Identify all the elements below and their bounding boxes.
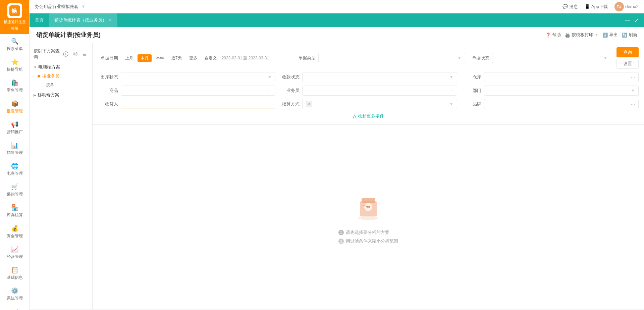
- dept-select[interactable]: ▼: [484, 86, 639, 96]
- doc-status-select[interactable]: ▼: [492, 53, 611, 63]
- sidebar-item-wholesale[interactable]: 📦 批发管理: [0, 97, 29, 117]
- brand-select[interactable]: ···: [484, 99, 639, 109]
- sidebar-item-stock[interactable]: 🏪 库存核算: [0, 201, 29, 221]
- username: demo2: [625, 4, 639, 9]
- scheme-add-btn[interactable]: [62, 50, 69, 58]
- goods-select[interactable]: ···: [121, 86, 275, 96]
- goods-dots-icon[interactable]: ···: [268, 88, 272, 93]
- sidebar-item-finance[interactable]: 💰 资金管理: [0, 221, 29, 242]
- query-btn[interactable]: 查询: [616, 47, 639, 57]
- sidebar-item-retail[interactable]: 🛍️ 零售管理: [0, 76, 29, 97]
- mobile-group-arrow: ▶: [34, 93, 36, 97]
- sidebar-item-basic[interactable]: 📋 基础信息: [0, 263, 29, 284]
- doc-status-label: 单据状态: [469, 55, 489, 61]
- sidebar-item-search[interactable]: 🔍 搜索菜单: [0, 34, 29, 55]
- brand-dots-icon[interactable]: ···: [631, 101, 635, 107]
- payment-select[interactable]: × ▼: [302, 99, 457, 109]
- sidebar-label-sales: 销售管理: [7, 150, 23, 156]
- export-btn[interactable]: ⬇️ 导出: [602, 32, 618, 38]
- tab-home[interactable]: 首页: [30, 17, 49, 23]
- mobile-group-label: 移动端方案: [38, 92, 59, 98]
- collapse-label: 收起更多条件: [358, 113, 384, 119]
- salesperson-label: 业务员: [279, 88, 300, 94]
- tab-close-btn[interactable]: ✕: [109, 18, 112, 22]
- collapse-btn[interactable]: ⋀ 收起更多条件: [353, 112, 384, 120]
- collect-status-filter: 收款状态 ▼: [279, 72, 457, 82]
- print-arrow-icon: ▼: [595, 33, 598, 37]
- warehouse-label: 仓库: [461, 74, 481, 80]
- consignee-input[interactable]: [121, 100, 271, 108]
- template-print-btn[interactable]: 🖨️ 按模板打印 ▼: [565, 32, 598, 38]
- dept-arrow-icon: ▼: [631, 88, 635, 93]
- sidebar-item-quick[interactable]: ⭐ 快捷导航: [0, 55, 29, 76]
- date-range-display: 2023-03-01 至 2023-03-31: [222, 55, 269, 61]
- settings-btn[interactable]: 设置: [616, 59, 639, 69]
- sidebar-item-marketing[interactable]: 📢 营销推广: [0, 117, 29, 138]
- app-download-btn[interactable]: 📱 App下载: [585, 4, 608, 10]
- sidebar-label-wholesale: 批发管理: [7, 108, 23, 114]
- scheme-desktop-toggle[interactable]: ▼ 电脑端方案: [30, 63, 92, 71]
- tab-bar: 首页 销货单统计表（按业务员） ✕ — ⤢: [30, 13, 644, 27]
- app-logo[interactable]: 畅 畅捷通好生意 标版: [0, 0, 29, 34]
- filter-area: 单据日期 上月 本月 本年 近7天 更多 自定义 2023-03-01 至 20…: [93, 43, 644, 125]
- page-header: 销货单统计表(按业务员) ❓ 帮助 🖨️ 按模板打印 ▼ ⬇️ 导出 🔄 刷: [30, 27, 644, 43]
- collect-status-select[interactable]: ▼: [302, 72, 457, 82]
- payment-arrow-icon: ▼: [449, 102, 453, 106]
- sidebar-label-system: 系统管理: [7, 296, 23, 301]
- date-btn-more[interactable]: 更多: [186, 54, 200, 62]
- out-status-select[interactable]: ▼: [121, 72, 275, 82]
- scheme-collapse-btn[interactable]: [81, 50, 88, 58]
- warehouse-select[interactable]: ···: [484, 72, 639, 82]
- salesperson-select[interactable]: ···: [302, 86, 457, 96]
- print-icon: 🖨️: [565, 33, 570, 38]
- date-btn-custom[interactable]: 自定义: [202, 54, 220, 62]
- empty-tip-1-text: 请先选择要分析的方案: [346, 229, 389, 236]
- tab-maximize-btn[interactable]: ⤢: [634, 17, 639, 23]
- sidebar-item-sales[interactable]: 📊 销售管理: [0, 138, 29, 159]
- empty-tip-2: 2 用过滤条件来缩小分析范围: [338, 238, 398, 244]
- payment-tag-close[interactable]: ×: [308, 102, 310, 106]
- sidebar-item-enterprise[interactable]: 🤝 企业协同: [0, 305, 29, 310]
- date-btn-this-year[interactable]: 本年: [153, 54, 167, 62]
- sub-icon-order: ☰: [42, 83, 45, 87]
- sidebar-item-operation[interactable]: 📈 经营管理: [0, 242, 29, 263]
- message-btn[interactable]: 💬 消息: [562, 4, 578, 10]
- svg-text:Ea: Ea: [617, 5, 621, 9]
- help-btn[interactable]: ❓ 帮助: [545, 32, 561, 38]
- sales-icon: 📊: [11, 142, 18, 149]
- date-btn-last-month[interactable]: 上月: [122, 54, 136, 62]
- scheme-item-salesperson[interactable]: 按业务员: [30, 71, 92, 81]
- refresh-icon: 🔄: [622, 33, 627, 38]
- scheme-settings-btn[interactable]: [71, 50, 79, 58]
- collapse-arrow-icon: ⋀: [353, 114, 357, 119]
- salesperson-dots-icon[interactable]: ···: [449, 88, 453, 93]
- sidebar-item-system[interactable]: ⚙️ 系统管理: [0, 284, 29, 305]
- scheme-desktop-group: ▼ 电脑端方案 按业务员 ☰ 按单: [30, 63, 92, 89]
- refresh-btn[interactable]: 🔄 刷新: [622, 32, 637, 38]
- date-filter: 上月 本月 本年 近7天 更多 自定义 2023-03-01 至 2023-03…: [122, 54, 291, 62]
- user-profile[interactable]: Ea demo2: [614, 2, 639, 11]
- sidebar-item-ecom[interactable]: 🌐 电商管理: [0, 159, 29, 180]
- logo-icon: 畅: [7, 3, 22, 18]
- scheme-mobile-toggle[interactable]: ▶ 移动端方案: [30, 91, 92, 99]
- dept-label: 部门: [461, 88, 481, 94]
- scheme-panel: 按以下方案查询 ▼: [30, 43, 93, 309]
- sidebar-label-marketing: 营销推广: [7, 129, 23, 135]
- svg-text:畅: 畅: [11, 8, 17, 14]
- date-btn-7days[interactable]: 近7天: [168, 54, 185, 62]
- system-icon: ⚙️: [11, 287, 18, 295]
- date-btn-this-month[interactable]: 本月: [138, 54, 152, 62]
- account-dropdown[interactable]: 办公用品行业模拟账套 ▼: [35, 4, 86, 10]
- brand-label: 品牌: [461, 101, 481, 107]
- svg-point-17: [369, 206, 370, 207]
- doc-type-select[interactable]: ▼: [318, 53, 465, 63]
- tab-minimize-btn[interactable]: —: [625, 17, 630, 23]
- warehouse-dots-icon[interactable]: ···: [631, 74, 635, 80]
- consignee-dots-icon[interactable]: ···: [272, 101, 276, 106]
- wholesale-icon: 📦: [11, 100, 18, 107]
- sidebar-item-purchase[interactable]: 🛒 采购管理: [0, 180, 29, 201]
- tab-sales-stat[interactable]: 销货单统计表（按业务员） ✕: [49, 13, 117, 27]
- scheme-sub-item-order[interactable]: ☰ 按单: [30, 81, 92, 89]
- tab-bar-right: — ⤢: [625, 17, 644, 23]
- content-body: 按以下方案查询 ▼: [30, 43, 644, 309]
